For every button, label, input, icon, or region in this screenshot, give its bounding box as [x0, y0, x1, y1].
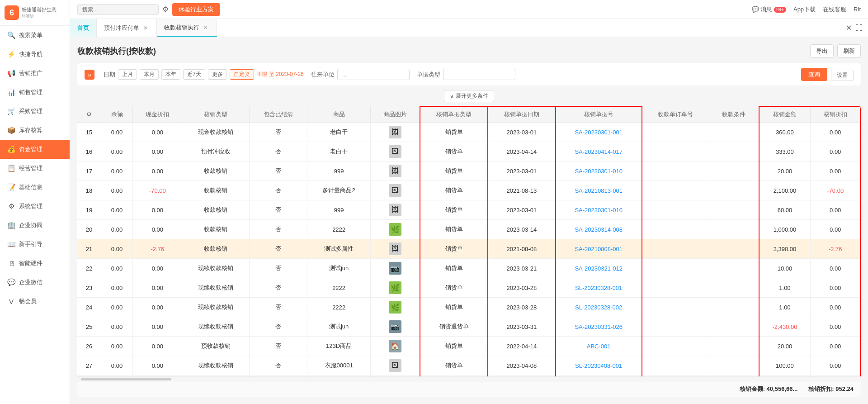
col-product-image: 商品图片 — [370, 106, 420, 123]
cell-verify-amount: 1.00 — [759, 278, 811, 298]
cell-verify-slip-no[interactable]: SA-20230301-010 — [556, 200, 642, 220]
tab-prepay[interactable]: 预付冲应付单 ✕ — [97, 19, 157, 37]
page-header: 收款核销执行(按收款) 导出 刷新 — [77, 44, 861, 58]
cell-verify-slip-no[interactable]: SA-20210813-001 — [556, 181, 642, 200]
cell-product: 老白干 — [307, 123, 371, 142]
table-row: 25 0.00 0.00 现续收款核销 否 测试jun 📷 销货退货单 2023… — [77, 317, 860, 337]
date-filter-label: 日期 — [104, 71, 115, 79]
expand-tabs-icon[interactable]: ⛶ — [855, 24, 863, 32]
cell-verify-slip-date: 2022-04-14 — [488, 337, 556, 356]
industry-solution-btn[interactable]: 休验行业方案 — [172, 3, 220, 16]
cell-verify-slip-no[interactable]: ABC-001 — [556, 337, 642, 356]
date-7days[interactable]: 近7天 — [183, 69, 205, 80]
cell-included-cleared: 否 — [249, 356, 307, 375]
cell-verify-slip-no[interactable]: SA-20230321-012 — [556, 259, 642, 278]
sidebar-item-sales[interactable]: 📊 销售管理 — [0, 83, 70, 102]
sidebar-item-quick-nav[interactable]: ⚡ 快捷导航 — [0, 45, 70, 64]
cell-verify-slip-no[interactable]: SA-20230301-010 — [556, 162, 642, 181]
tab-collection[interactable]: 收款核销执行 ✕ — [157, 19, 217, 37]
query-btn[interactable]: 查询 — [801, 68, 827, 81]
cell-verify-slip-date: 2023-03-31 — [488, 317, 556, 337]
sidebar-item-inventory[interactable]: 📦 库存核算 — [0, 121, 70, 140]
cell-verify-discount: 0.00 — [811, 356, 860, 375]
app-download-link[interactable]: App下载 — [793, 5, 816, 14]
single-type-select[interactable] — [443, 69, 515, 80]
col-balance: 余额 — [101, 106, 132, 123]
cell-collection-condition — [709, 239, 759, 259]
cell-verify-slip-no[interactable]: SL-20230328-002 — [556, 298, 642, 317]
date-last-month[interactable]: 上月 — [118, 69, 137, 80]
settings-icon[interactable]: ⚙ — [162, 5, 169, 14]
cell-balance: 0.00 — [101, 298, 132, 317]
cell-verify-slip-no[interactable]: SA-20230314-008 — [556, 220, 642, 239]
table-row: 26 0.00 0.00 预收款核销 否 123D商品 🏠 销货单 2022-0… — [77, 337, 860, 356]
sidebar-item-purchase[interactable]: 🛒 采购管理 — [0, 102, 70, 121]
tab-collection-label: 收款核销执行 — [164, 24, 199, 32]
close-tab-icon[interactable]: ✕ — [846, 24, 852, 32]
tab-home[interactable]: 首页 — [70, 19, 97, 37]
cell-verify-slip-date: 2023-04-08 — [488, 356, 556, 375]
date-more[interactable]: 更多 — [208, 69, 227, 80]
sidebar-item-guide[interactable]: 📖 新手引导 — [0, 235, 70, 254]
refresh-btn[interactable]: 刷新 — [837, 44, 861, 58]
sidebar-item-finance[interactable]: 💰 资金管理 — [0, 140, 70, 159]
from-unit-input[interactable] — [337, 69, 410, 80]
sidebar-item-operations[interactable]: 📋 经营管理 — [0, 159, 70, 178]
table-row: 16 0.00 0.00 预付冲应收 否 老白干 🖼 销货单 2023-04-1… — [77, 142, 860, 162]
cell-verify-slip-date: 2023-03-21 — [488, 259, 556, 278]
collapse-filter-btn[interactable]: » — [85, 70, 94, 80]
tab-collection-close[interactable]: ✕ — [202, 24, 209, 31]
online-service-link[interactable]: 在线客服 — [823, 5, 846, 14]
footer-verify-discount: 核销折扣: 952.24 — [808, 385, 854, 393]
date-this-year[interactable]: 本年 — [161, 69, 180, 80]
sidebar-icon-sales: 📊 — [7, 88, 15, 96]
cell-verify-slip-no[interactable]: SL-20230408-001 — [556, 356, 642, 375]
message-area[interactable]: 💬 消息 99+ — [752, 5, 786, 14]
sidebar-label-marketing: 营销推广 — [19, 69, 42, 77]
table-footer: 核销金额: 40,556,66... 核销折扣: 952.24 — [77, 381, 861, 397]
cell-verify-slip-type: 销货单 — [420, 181, 488, 200]
cell-num: 21 — [77, 239, 101, 259]
export-btn[interactable]: 导出 — [810, 44, 834, 58]
cell-verify-slip-no[interactable]: SA-20230301-001 — [556, 123, 642, 142]
date-this-month[interactable]: 本月 — [140, 69, 159, 80]
cell-collection-condition — [709, 356, 759, 375]
cell-verify-slip-no[interactable]: SL-20230328-001 — [556, 278, 642, 298]
top-search-input[interactable] — [77, 4, 159, 15]
cell-verify-slip-type: 销货单 — [420, 220, 488, 239]
cell-product-image: 🖼 — [370, 142, 420, 162]
sidebar-label-system: 系统管理 — [19, 202, 42, 210]
cell-verify-discount: 0.00 — [811, 162, 860, 181]
tab-actions: ✕ ⛶ — [840, 19, 868, 37]
cell-verify-slip-no[interactable]: SA-20230331-026 — [556, 317, 642, 337]
sidebar-item-marketing[interactable]: 📢 营销推广 — [0, 64, 70, 83]
message-label: 消息 — [760, 6, 772, 13]
col-verify-type: 核销类型 — [182, 106, 249, 123]
cell-product-image: 📷 — [370, 317, 420, 337]
cell-balance: 0.00 — [101, 259, 132, 278]
cell-collection-condition — [709, 142, 759, 162]
logo-badge: 标准版 — [22, 13, 57, 19]
settings-btn[interactable]: 设置 — [831, 70, 854, 81]
sidebar-item-search[interactable]: 🔍 搜索菜单 — [0, 26, 70, 45]
sidebar-item-member[interactable]: V 畅会员 — [0, 292, 70, 311]
sidebar-item-wechat[interactable]: 💬 企业微信 — [0, 273, 70, 292]
col-settings[interactable]: ⚙ — [77, 106, 101, 123]
cell-verify-slip-no[interactable]: SA-20230414-017 — [556, 142, 642, 162]
sidebar-item-smart-hw[interactable]: 🖥 智能硬件 — [0, 254, 70, 273]
sidebar-item-system[interactable]: ⚙ 系统管理 — [0, 197, 70, 216]
sidebar-item-enterprise[interactable]: 🏢 企业协同 — [0, 216, 70, 235]
app-logo: 6 畅捷通谱好生意 标准版 — [0, 0, 70, 26]
cell-verify-slip-type: 销货单 — [420, 123, 488, 142]
cell-balance: 0.00 — [101, 181, 132, 200]
table-scroll[interactable]: ⚙ 余额 现金折扣 核销类型 包含已结清 商品 商品图片 核销单据类型 核销单据… — [77, 106, 861, 376]
cell-product-image: 🌿 — [370, 220, 420, 239]
footer-verify-amount: 核销金额: 40,556,66... — [740, 385, 798, 393]
date-custom[interactable]: 自定义 — [230, 69, 254, 80]
expand-conditions-btn[interactable]: ∨ 展开更多条件 — [444, 90, 494, 102]
cell-verify-slip-no[interactable]: SA-20210808-001 — [556, 239, 642, 259]
tab-prepay-close[interactable]: ✕ — [142, 24, 149, 32]
sidebar-item-basic-info[interactable]: 📝 基础信息 — [0, 178, 70, 197]
cell-product-image: 📷 — [370, 259, 420, 278]
table-header-row: ⚙ 余额 现金折扣 核销类型 包含已结清 商品 商品图片 核销单据类型 核销单据… — [77, 106, 860, 123]
